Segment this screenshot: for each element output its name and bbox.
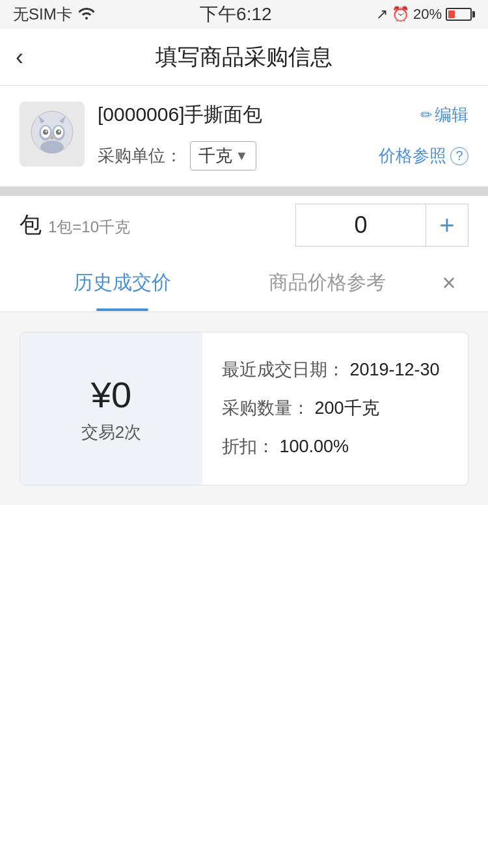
page-title: 填写商品采购信息 xyxy=(156,42,332,72)
bottom-empty-area xyxy=(0,505,488,868)
quantity-unit: 包 xyxy=(20,210,42,240)
dropdown-arrow-icon: ▼ xyxy=(235,148,248,163)
quantity-plus-button[interactable]: + xyxy=(426,204,468,247)
status-left: 无SIM卡 xyxy=(13,4,96,25)
recent-date-value: 2019-12-30 xyxy=(350,360,440,379)
product-thumbnail xyxy=(20,102,85,167)
price-ref-label: 价格参照 xyxy=(379,144,446,167)
discount-row: 折扣： 100.00% xyxy=(222,433,448,461)
card-price-value: ¥0 xyxy=(91,373,131,416)
edit-icon: ✏ xyxy=(420,107,432,124)
alarm-icon: ⏰ xyxy=(392,6,409,23)
tabs-header: 历史成交价 商品价格参考 × xyxy=(0,254,488,312)
tab-history-price-label: 历史成交价 xyxy=(74,269,171,296)
svg-point-12 xyxy=(40,141,64,154)
status-bar: 无SIM卡 下午6:12 ↗ ⏰ 20% xyxy=(0,0,488,29)
quantity-input-wrap: + xyxy=(295,204,468,247)
edit-label: 编辑 xyxy=(435,103,468,126)
status-time: 下午6:12 xyxy=(200,2,272,27)
card-price-summary: ¥0 交易2次 xyxy=(20,332,202,485)
tab-product-price-ref[interactable]: 商品价格参考 xyxy=(224,254,429,311)
wifi-icon xyxy=(77,5,96,23)
quantity-conversion: 1包=10千克 xyxy=(48,217,130,237)
unit-row-left: 采购单位： 千克 ▼ xyxy=(98,141,256,170)
price-reference-button[interactable]: 价格参照 ? xyxy=(379,144,468,167)
battery-icon xyxy=(446,8,475,21)
back-button[interactable]: ‹ xyxy=(16,44,23,71)
discount-value: 100.00% xyxy=(280,437,349,456)
nav-bar: ‹ 填写商品采购信息 xyxy=(0,29,488,86)
status-right: ↗ ⏰ 20% xyxy=(376,6,475,23)
carrier-text: 无SIM卡 xyxy=(13,4,72,25)
recent-date-row: 最近成交日期： 2019-12-30 xyxy=(222,356,448,384)
svg-point-8 xyxy=(59,131,61,133)
card-transactions: 交易2次 xyxy=(81,421,141,444)
tab-history-price[interactable]: 历史成交价 xyxy=(20,254,224,311)
history-price-card: ¥0 交易2次 最近成交日期： 2019-12-30 采购数量： 200千克 折… xyxy=(20,332,468,485)
tab-product-price-ref-label: 商品价格参考 xyxy=(269,269,386,296)
product-info: [0000006]手撕面包 ✏ 编辑 采购单位： 千克 ▼ 价格参照 xyxy=(98,102,468,170)
plus-icon: + xyxy=(439,211,454,240)
quantity-label-wrap: 包 1包=10千克 xyxy=(20,210,130,240)
discount-label: 折扣： xyxy=(222,437,275,456)
edit-button[interactable]: ✏ 编辑 xyxy=(420,103,468,126)
purchase-qty-value: 200千克 xyxy=(315,398,379,418)
product-section: [0000006]手撕面包 ✏ 编辑 采购单位： 千克 ▼ 价格参照 xyxy=(0,86,488,187)
quantity-input[interactable] xyxy=(295,204,426,247)
location-icon: ↗ xyxy=(376,6,388,23)
content-area: ¥0 交易2次 最近成交日期： 2019-12-30 采购数量： 200千克 折… xyxy=(0,312,488,505)
unit-value: 千克 xyxy=(198,144,232,167)
price-ref-help-icon: ? xyxy=(450,147,468,165)
unit-label: 采购单位： xyxy=(98,146,182,165)
purchase-qty-row: 采购数量： 200千克 xyxy=(222,394,448,422)
svg-point-7 xyxy=(46,131,47,133)
close-icon: × xyxy=(442,269,455,297)
tab-active-underline xyxy=(96,308,148,311)
quantity-section: 包 1包=10千克 + xyxy=(0,196,488,254)
purchase-qty-label: 采购数量： xyxy=(222,398,310,418)
unit-dropdown[interactable]: 千克 ▼ xyxy=(190,141,256,170)
section-divider xyxy=(0,187,488,196)
battery-percent: 20% xyxy=(413,6,442,23)
product-logo xyxy=(29,109,75,159)
tabs-section: 历史成交价 商品价格参考 × xyxy=(0,254,488,312)
product-full-name: [0000006]手撕面包 xyxy=(98,102,262,128)
tab-close-button[interactable]: × xyxy=(429,269,468,297)
recent-date-label: 最近成交日期： xyxy=(222,360,345,379)
card-details: 最近成交日期： 2019-12-30 采购数量： 200千克 折扣： 100.0… xyxy=(202,332,468,485)
